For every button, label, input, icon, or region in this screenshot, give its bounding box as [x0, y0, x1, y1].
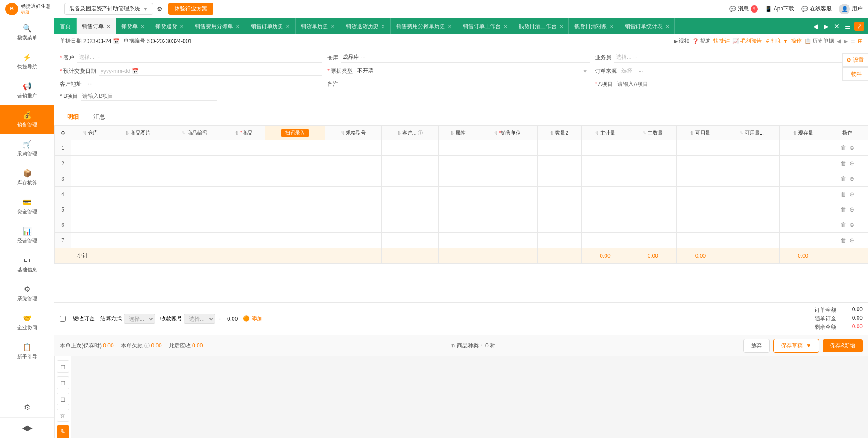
cell-warehouse[interactable]	[71, 187, 110, 202]
customer-address-input[interactable]: ···	[84, 80, 322, 88]
tab-prev-btn[interactable]: ◀	[811, 22, 820, 31]
cell-product-code[interactable]	[166, 156, 223, 171]
cell-main-qty[interactable]	[629, 202, 677, 217]
sidebar-settings-btn[interactable]: ⚙	[0, 397, 54, 418]
col-qty2[interactable]: ⇅ 数量2	[538, 126, 582, 140]
cell-qty2[interactable]	[538, 202, 582, 217]
cell-main-qty[interactable]	[629, 233, 677, 248]
tab-sales-return-history[interactable]: 销货单历史 ✕	[296, 18, 340, 34]
tab-close-order-workbench[interactable]: ✕	[504, 24, 507, 29]
cell-stock[interactable]	[779, 233, 827, 248]
cell-qty2[interactable]	[538, 171, 582, 187]
date-value[interactable]: 2023-03-24	[83, 38, 111, 44]
cell-stock[interactable]	[779, 187, 827, 202]
right-panel-btn-4[interactable]: ☆	[57, 409, 69, 422]
col-unit[interactable]: ⇅ *销售单位	[478, 126, 538, 140]
grid-view-btn[interactable]: ⊞	[858, 38, 863, 44]
tab-close-fee-history[interactable]: ✕	[448, 24, 451, 29]
cell-customer-code[interactable]	[382, 171, 439, 187]
history-btn[interactable]: 📋 历史单据	[805, 37, 834, 45]
cell-available[interactable]	[677, 156, 724, 171]
col-product-code[interactable]: ⇅ 商品编码	[166, 126, 223, 140]
cell-unit[interactable]	[478, 140, 538, 156]
cell-attributes[interactable]	[439, 187, 478, 202]
tab-close-sales-order[interactable]: ✕	[107, 24, 110, 29]
row-copy-btn[interactable]: ⊕	[849, 237, 854, 244]
cell-available[interactable]	[677, 140, 724, 156]
row-delete-btn[interactable]: 🗑	[840, 206, 846, 213]
cell-unit[interactable]	[478, 217, 538, 233]
customer-ellipsis[interactable]: ···	[96, 54, 101, 61]
row-delete-btn[interactable]: 🗑	[840, 191, 846, 197]
tab-close-fee-split[interactable]: ✕	[236, 24, 239, 29]
tab-summary[interactable]: 汇总	[86, 109, 112, 125]
receipt-ellipsis[interactable]: ···	[217, 316, 222, 322]
cell-attributes[interactable]	[439, 217, 478, 233]
cell-available2[interactable]	[724, 156, 779, 171]
cell-product-code[interactable]	[166, 187, 223, 202]
sidebar-collapse-btn[interactable]: ◀▶	[0, 418, 54, 438]
cell-product-code[interactable]	[166, 233, 223, 248]
sidebar-item-finance[interactable]: 💳 资金管理	[0, 192, 54, 221]
sidebar-item-newbie[interactable]: 📋 新手引导	[0, 337, 54, 366]
tab-next-btn[interactable]: ▶	[822, 22, 830, 31]
customer-input[interactable]: 选择... ···	[77, 53, 322, 63]
cell-stock[interactable]	[779, 171, 827, 187]
cell-stock[interactable]	[779, 140, 827, 156]
receipt-account-select[interactable]: 选择...	[184, 314, 215, 324]
cell-available2[interactable]	[724, 202, 779, 217]
address-ellipsis[interactable]: ···	[88, 81, 92, 87]
a-project-input[interactable]	[616, 80, 857, 88]
scan-btn[interactable]: 扫码录入	[281, 129, 309, 137]
tab-close-cash-reconcile[interactable]: ✕	[610, 24, 613, 29]
col-settings-icon[interactable]: ⚙	[61, 130, 65, 135]
row-copy-btn[interactable]: ⊕	[849, 221, 854, 228]
cell-product-code[interactable]	[166, 140, 223, 156]
cell-customer-code[interactable]	[382, 156, 439, 171]
cell-qty2[interactable]	[538, 217, 582, 233]
cell-customer-code[interactable]	[382, 217, 439, 233]
view-btn[interactable]: ▶ 视频	[674, 37, 689, 45]
tab-sales-summary[interactable]: 销售订单统计表 ✕	[619, 18, 675, 34]
row-delete-btn[interactable]: 🗑	[840, 144, 846, 151]
cell-unit[interactable]	[478, 156, 538, 171]
col-product-image[interactable]: ⇅ 商品图片	[110, 126, 166, 140]
one-click-checkbox[interactable]	[60, 316, 66, 322]
tab-close-return-history[interactable]: ✕	[331, 24, 335, 29]
save-draft-btn[interactable]: 保存草稿 ▼	[773, 339, 819, 353]
warehouse-input[interactable]: 成品库 ···	[341, 53, 589, 63]
tab-sales-order[interactable]: 销售订单 ✕	[77, 18, 116, 34]
cell-main-qty[interactable]	[629, 217, 677, 233]
tab-sales-fee-split[interactable]: 销售费用分摊单 ✕	[189, 18, 245, 34]
help-btn[interactable]: ❓ 帮助	[692, 37, 711, 45]
row-copy-btn[interactable]: ⊕	[849, 175, 854, 182]
nav-right-btn[interactable]: ▶	[844, 38, 848, 44]
print-btn[interactable]: 🖨 打印 ▼	[765, 37, 788, 45]
save-new-btn[interactable]: 保存&新增	[823, 339, 863, 352]
cell-customer-code[interactable]	[382, 140, 439, 156]
add-btn[interactable]: 🟠 添加	[243, 315, 262, 322]
invoice-type-select[interactable]: 不开票 ▼	[355, 66, 589, 76]
cell-main-unit[interactable]	[581, 140, 629, 156]
cell-warehouse[interactable]	[71, 202, 110, 217]
cell-main-qty[interactable]	[629, 187, 677, 202]
cell-spec[interactable]	[325, 171, 381, 187]
cell-product-image[interactable]	[110, 171, 166, 187]
order-source-ellipsis[interactable]: ···	[639, 68, 643, 74]
sidebar-item-system[interactable]: ⚙ 系统管理	[0, 279, 54, 308]
row-copy-btn[interactable]: ⊕	[849, 191, 854, 197]
tab-order-workbench[interactable]: 销售订单工作台 ✕	[457, 18, 513, 34]
cell-available2[interactable]	[724, 233, 779, 248]
tab-home[interactable]: 首页	[54, 18, 77, 34]
settings-gear[interactable]: ⚙	[157, 5, 163, 13]
sidebar-item-enterprise[interactable]: 🤝 企业协同	[0, 308, 54, 337]
tab-close-sales-refund[interactable]: ✕	[180, 24, 184, 29]
cell-available2[interactable]	[724, 187, 779, 202]
tab-sales-order-history[interactable]: 销售订单历史 ✕	[245, 18, 296, 34]
cell-customer-code[interactable]	[382, 233, 439, 248]
cell-product[interactable]	[223, 233, 265, 248]
tab-close-cash-workbench[interactable]: ✕	[559, 24, 563, 29]
row-copy-btn[interactable]: ⊕	[849, 160, 854, 167]
col-main-qty[interactable]: ⇅ 主数量	[629, 126, 677, 140]
cell-product-image[interactable]	[110, 202, 166, 217]
